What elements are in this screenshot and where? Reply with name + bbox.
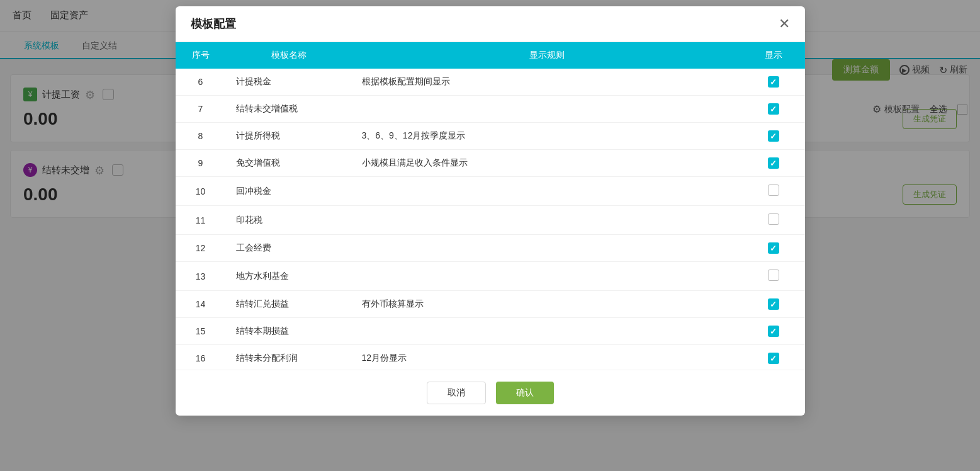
table-row: 16结转未分配利润12月份显示 [176,345,805,370]
row-display [742,150,805,177]
row-name: 结转本期损益 [226,318,352,345]
table-row: 6计提税金根据模板配置期间显示 [176,69,805,96]
row-rule: 有外币核算显示 [352,291,742,318]
display-checkbox[interactable] [768,298,779,310]
row-name: 工会经费 [226,235,352,262]
row-rule [352,318,742,345]
display-checkbox[interactable] [768,326,779,337]
table-row: 12工会经费 [176,235,805,262]
row-name: 结转汇兑损益 [226,291,352,318]
modal-header: 模板配置 ✕ [176,6,805,42]
display-checkbox[interactable] [768,130,779,142]
row-id: 6 [176,69,226,96]
display-checkbox[interactable] [768,213,779,225]
row-id: 9 [176,150,226,177]
row-display [742,96,805,123]
table-row: 7结转未交增值税 [176,96,805,123]
confirm-button[interactable]: 确认 [496,382,554,404]
display-checkbox[interactable] [768,103,779,115]
row-display [742,291,805,318]
row-rule: 小规模且满足收入条件显示 [352,150,742,177]
table-row: 14结转汇兑损益有外币核算显示 [176,291,805,318]
row-id: 12 [176,235,226,262]
display-checkbox[interactable] [768,242,779,254]
modal-overlay: 模板配置 ✕ 序号 模板名称 显示规则 显示 6计提税金根据模板配置期间显示7结… [0,0,980,471]
display-checkbox[interactable] [768,184,779,196]
display-checkbox[interactable] [768,76,779,88]
row-rule: 3、6、9、12月按季度显示 [352,123,742,150]
table-row: 8计提所得税3、6、9、12月按季度显示 [176,123,805,150]
row-name: 计提税金 [226,69,352,96]
row-display [742,235,805,262]
row-rule [352,206,742,235]
col-header-id: 序号 [176,42,226,69]
row-display [742,318,805,345]
display-checkbox[interactable] [768,353,779,364]
row-display [742,206,805,235]
table-row: 9免交增值税小规模且满足收入条件显示 [176,150,805,177]
modal-close-button[interactable]: ✕ [779,17,790,31]
row-rule: 根据模板配置期间显示 [352,69,742,96]
row-name: 免交增值税 [226,150,352,177]
col-header-display: 显示 [742,42,805,69]
row-id: 7 [176,96,226,123]
row-id: 10 [176,177,226,206]
row-display [742,345,805,370]
row-rule [352,177,742,206]
row-id: 11 [176,206,226,235]
row-rule [352,235,742,262]
row-id: 16 [176,345,226,370]
row-id: 8 [176,123,226,150]
col-header-rule: 显示规则 [352,42,742,69]
modal-title: 模板配置 [191,16,236,31]
display-checkbox[interactable] [768,270,779,281]
row-name: 印花税 [226,206,352,235]
table-row: 13地方水利基金 [176,262,805,291]
modal-footer: 取消 确认 [176,370,805,416]
row-name: 结转未分配利润 [226,345,352,370]
row-display [742,69,805,96]
col-header-name: 模板名称 [226,42,352,69]
row-id: 15 [176,318,226,345]
template-table: 序号 模板名称 显示规则 显示 6计提税金根据模板配置期间显示7结转未交增值税8… [176,42,805,370]
row-rule [352,262,742,291]
modal-table-scroll[interactable]: 序号 模板名称 显示规则 显示 6计提税金根据模板配置期间显示7结转未交增值税8… [176,42,805,370]
display-checkbox[interactable] [768,157,779,169]
row-display [742,123,805,150]
table-row: 10回冲税金 [176,177,805,206]
row-rule [352,96,742,123]
row-name: 计提所得税 [226,123,352,150]
cancel-button[interactable]: 取消 [427,382,486,404]
row-name: 回冲税金 [226,177,352,206]
row-name: 结转未交增值税 [226,96,352,123]
row-name: 地方水利基金 [226,262,352,291]
row-display [742,262,805,291]
table-row: 11印花税 [176,206,805,235]
row-rule: 12月份显示 [352,345,742,370]
table-row: 15结转本期损益 [176,318,805,345]
template-config-modal: 模板配置 ✕ 序号 模板名称 显示规则 显示 6计提税金根据模板配置期间显示7结… [176,6,805,416]
row-id: 14 [176,291,226,318]
row-display [742,177,805,206]
row-id: 13 [176,262,226,291]
